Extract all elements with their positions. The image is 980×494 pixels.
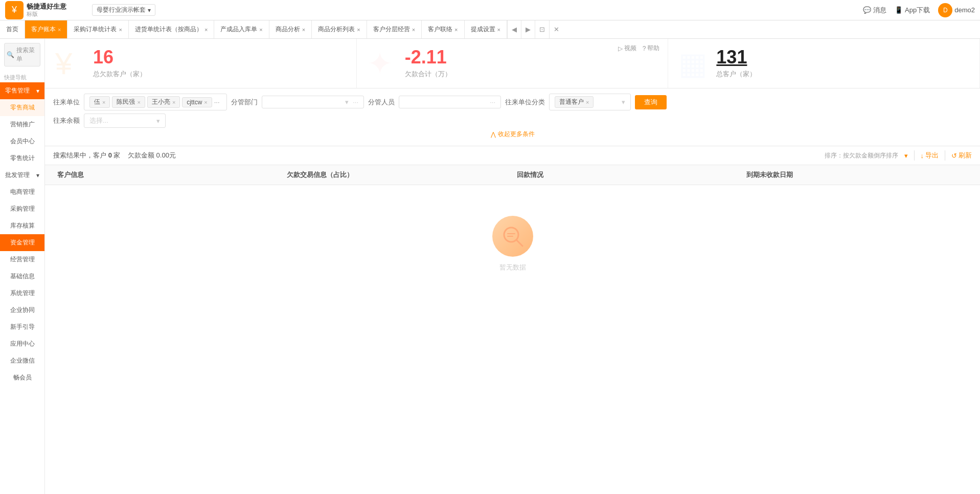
app-download-btn[interactable]: 📱 App下载 — [895, 6, 930, 15]
sidebar-item-wholesale[interactable]: 批发管理 ▾ — [0, 167, 44, 184]
filter-unit-input[interactable]: 伍 × 陈民强 × 王小亮 × cjttcw × ··· — [84, 94, 227, 110]
sidebar-item-enterprise[interactable]: 企业协同 — [0, 302, 44, 319]
tab-close-goods[interactable]: × — [302, 27, 305, 33]
table-container: 客户信息 欠款交易信息（占比） 回款情况 到期未收款日期 暂无数据 — [45, 165, 980, 494]
sidebar: 🔍 搜索菜单 快捷导航 零售管理 ▾ 零售商城 营销推广 会员中心 零售统计 批… — [0, 39, 45, 494]
filter-dept-label: 分管部门 — [231, 98, 258, 107]
tab-goods-list[interactable]: 商品分析列表 × — [312, 20, 367, 39]
dept-more-icon: ··· — [353, 98, 358, 106]
tag-wang: 王小亮 × — [147, 96, 180, 108]
filter-unit-label: 往来单位 — [53, 98, 80, 107]
tag-wu-close[interactable]: × — [102, 99, 105, 105]
tab-production[interactable]: 产成品入库单 × — [214, 20, 269, 39]
tab-close-commission[interactable]: × — [497, 27, 500, 33]
sidebar-item-finance[interactable]: 资金管理 — [0, 234, 44, 251]
stat-label-total: 总客户（家） — [716, 70, 756, 79]
stat-actions: ▷ 视频 ? 帮助 — [618, 44, 660, 53]
filter-balance-select[interactable]: 选择... ▾ — [84, 114, 166, 128]
sidebar-item-basic-info[interactable]: 基础信息 — [0, 268, 44, 285]
tab-close-purchase[interactable]: × — [119, 27, 122, 33]
tab-customer-layer[interactable]: 客户分层经营 × — [367, 20, 422, 39]
sidebar-item-member[interactable]: 会员中心 — [0, 133, 44, 150]
tab-expand-btn[interactable]: ⊡ — [535, 20, 549, 39]
sidebar-item-guide[interactable]: 新手引导 — [0, 319, 44, 335]
svg-rect-3 — [507, 236, 513, 237]
sidebar-item-purchase[interactable]: 采购管理 — [0, 200, 44, 217]
result-info: 搜索结果中，客户 0 家 欠款金额 0.00元 — [53, 151, 176, 160]
help-btn[interactable]: ? 帮助 — [643, 44, 660, 53]
tab-close-incoming[interactable]: × — [204, 27, 208, 33]
sidebar-item-wechat[interactable]: 企业微信 — [0, 352, 44, 369]
sidebar-item-system[interactable]: 系统管理 — [0, 285, 44, 302]
filter-unit-type-select[interactable]: 普通客户 × ▾ — [549, 94, 631, 110]
tag-wang-close[interactable]: × — [172, 99, 175, 105]
divider2 — [945, 150, 945, 161]
stat-value-customers: 16 — [93, 48, 113, 66]
tab-commission-set[interactable]: 提成设置 × — [465, 20, 507, 39]
sidebar-item-marketing[interactable]: 营销推广 — [0, 116, 44, 133]
filter-area: 往来单位 伍 × 陈民强 × 王小亮 × cjttcw — [45, 88, 980, 146]
tab-incoming[interactable]: 进货单统计表（按商品） × — [129, 20, 214, 39]
filter-person-label: 分管人员 — [368, 98, 395, 107]
svg-rect-2 — [507, 233, 515, 234]
refresh-btn[interactable]: ↺ 刷新 — [951, 151, 972, 160]
chevron-up-icon: ⋀ — [491, 131, 496, 138]
tab-next-btn[interactable]: ▶ — [521, 20, 535, 39]
col-due-date: 到期未收款日期 — [742, 170, 972, 179]
tab-close-accounts[interactable]: × — [58, 27, 61, 33]
message-btn[interactable]: 💬 消息 — [863, 6, 886, 15]
sidebar-item-operation[interactable]: 经营管理 — [0, 251, 44, 268]
tab-close-layer[interactable]: × — [412, 27, 415, 33]
filter-more-tags[interactable]: ··· — [214, 98, 220, 106]
collapse-filter-btn[interactable]: ⋀ 收起更多条件 — [491, 130, 535, 139]
tag-cj-close[interactable]: × — [204, 99, 207, 105]
export-icon: ↓ — [921, 152, 924, 160]
top-bar-right: 💬 消息 📱 App下载 D demo2 — [863, 3, 975, 17]
filter-dept-select[interactable]: ▾ ··· — [262, 96, 364, 108]
stats-row: ¥ 16 总欠款客户（家） ✦ -2.11 欠款合计（万） ▷ 视频 ? 帮助 … — [45, 39, 980, 88]
svg-line-1 — [516, 240, 522, 246]
tab-home[interactable]: 首页 — [0, 20, 25, 39]
col-repayment: 回款情况 — [513, 170, 742, 179]
tag-chen-close[interactable]: × — [137, 99, 140, 105]
chevron-down-icon: ▾ — [36, 87, 39, 95]
filter-person-select[interactable]: ··· — [399, 96, 501, 108]
sidebar-search-btn[interactable]: 🔍 搜索菜单 — [4, 43, 40, 66]
stat-card-customers: ¥ 16 总欠款客户（家） — [45, 39, 357, 88]
filter-row-1: 往来单位 伍 × 陈民强 × 王小亮 × cjttcw — [53, 94, 972, 110]
user-btn[interactable]: D demo2 — [938, 3, 975, 17]
tab-close-contact[interactable]: × — [454, 27, 458, 33]
divider — [914, 150, 915, 161]
download-icon: 📱 — [895, 6, 903, 14]
sidebar-item-app-center[interactable]: 应用中心 — [0, 335, 44, 352]
tab-accounts[interactable]: 客户账本 × — [25, 20, 67, 39]
video-btn[interactable]: ▷ 视频 — [618, 44, 636, 53]
export-btn[interactable]: ↓ 导出 — [921, 151, 939, 160]
sidebar-item-inventory[interactable]: 库存核算 — [0, 217, 44, 234]
sidebar-item-ecommerce[interactable]: 电商管理 — [0, 184, 44, 200]
result-bar: 搜索结果中，客户 0 家 欠款金额 0.00元 排序：按欠款金额倒序排序 ▾ ↓… — [45, 146, 980, 165]
tab-close-goods-list[interactable]: × — [357, 27, 360, 33]
col-customer-info: 客户信息 — [53, 170, 283, 179]
result-count-text: 搜索结果中，客户 0 家 欠款金额 0.00元 — [53, 151, 176, 160]
sort-dropdown-icon[interactable]: ▾ — [904, 152, 908, 160]
tab-prev-btn[interactable]: ◀ — [507, 20, 521, 39]
tab-close-all-btn[interactable]: ✕ — [549, 20, 563, 39]
refresh-icon: ↺ — [951, 152, 957, 160]
query-button[interactable]: 查询 — [635, 95, 667, 109]
chevron-right-icon: ▾ — [36, 172, 39, 179]
sidebar-item-retail-mall[interactable]: 零售商城 — [0, 99, 44, 116]
sidebar-item-retail-mgmt[interactable]: 零售管理 ▾ — [0, 82, 44, 99]
tab-goods-analysis[interactable]: 商品分析 × — [269, 20, 312, 39]
tab-close-production[interactable]: × — [259, 27, 262, 33]
version-selector[interactable]: 母婴行业演示帐套 ▾ — [92, 4, 155, 16]
sidebar-item-retail-stats[interactable]: 零售统计 — [0, 150, 44, 167]
dept-dropdown-icon: ▾ — [345, 98, 349, 106]
stat-value-total: 131 — [716, 48, 747, 66]
tag-chen: 陈民强 × — [112, 96, 145, 108]
tab-customer-contact[interactable]: 客户联络 × — [422, 20, 464, 39]
tab-purchase-order[interactable]: 采购订单统计表 × — [67, 20, 128, 39]
tag-ordinary-close[interactable]: × — [586, 99, 589, 105]
person-dropdown-icon: ··· — [490, 98, 495, 106]
sidebar-item-member2[interactable]: 畅会员 — [0, 369, 44, 386]
